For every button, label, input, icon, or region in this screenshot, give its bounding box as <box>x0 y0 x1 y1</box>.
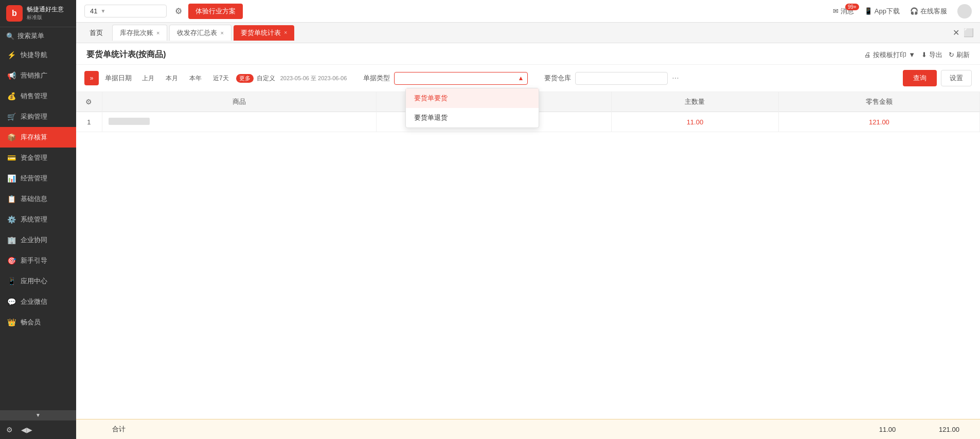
type-dropdown: 要货单要货 要货单退货 <box>405 88 539 128</box>
content-area: 要货单统计表(按商品) 🖨 按模板打印 ▼ ⬇ 导出 ↻ 刷新 » <box>76 43 980 439</box>
app-logo-icon: b <box>6 5 23 22</box>
store-selector[interactable]: 41 ▼ <box>84 5 167 17</box>
expand-icon[interactable]: ⬜ <box>964 28 974 38</box>
user-avatar[interactable] <box>957 4 972 19</box>
sidebar-item-operations[interactable]: 📊 经营管理 <box>0 168 76 189</box>
col-settings[interactable]: ⚙ <box>76 92 102 112</box>
sidebar-item-member[interactable]: 👑 畅会员 <box>0 312 76 333</box>
filter-more-badge[interactable]: 更多 <box>236 74 254 83</box>
sidebar-item-system[interactable]: ⚙️ 系统管理 <box>0 209 76 230</box>
col-goods: 商品 <box>102 92 376 112</box>
sidebar-item-finance[interactable]: 💳 资金管理 <box>0 148 76 168</box>
tab-close-icon[interactable]: × <box>156 30 159 36</box>
trial-btn[interactable]: 体验行业方案 <box>188 4 243 19</box>
operations-icon: 📊 <box>6 173 16 184</box>
table-container: ⚙ 商品 主计量单位 主数量 零售金额 <box>76 92 980 419</box>
sidebar-item-label: 采购管理 <box>21 112 47 121</box>
close-all-icon[interactable]: ✕ <box>953 28 959 38</box>
settings-footer-icon[interactable]: ⚙ <box>6 426 13 434</box>
page-actions: 🖨 按模板打印 ▼ ⬇ 导出 ↻ 刷新 <box>864 50 970 60</box>
filter-this-year[interactable]: 本年 <box>185 72 206 85</box>
filter-custom[interactable]: 自定义 <box>257 74 275 83</box>
enterprise-icon: 🏢 <box>6 235 16 245</box>
dropdown-item-requisition-return[interactable]: 要货单退货 <box>406 108 539 127</box>
goods-cell <box>102 112 376 132</box>
search-menu[interactable]: 🔍 搜索菜单 <box>0 27 76 45</box>
topbar-right: ✉ 消息 99+ 📱 App下载 🎧 在线客服 <box>833 4 972 19</box>
summary-section: 合计 11.00 121.00 <box>76 419 980 439</box>
sidebar-scroll-down[interactable]: ▼ <box>0 410 76 420</box>
tab-close-icon[interactable]: × <box>220 30 223 36</box>
wechat-icon: 💬 <box>6 297 16 307</box>
tabbar: 首页 库存批次账 × 收发存汇总表 × 要货单统计表 × ✕ ⬜ <box>76 23 980 43</box>
online-service-btn[interactable]: 🎧 在线客服 <box>910 7 947 16</box>
quantity-cell: 11.00 <box>611 112 778 132</box>
tab-receipts[interactable]: 收发存汇总表 × <box>169 25 231 41</box>
sidebar: b 畅捷通好生意 标准版 🔍 搜索菜单 ⚡ 快捷导航 📢 营销推广 💰 销售管理… <box>0 0 76 439</box>
store-name: 41 <box>90 7 97 15</box>
sidebar-item-marketing[interactable]: 📢 营销推广 <box>0 65 76 86</box>
type-filter-input[interactable] <box>394 72 528 85</box>
warehouse-more-icon[interactable]: ··· <box>672 74 679 83</box>
col-quantity: 主数量 <box>611 92 778 112</box>
sidebar-item-label: 系统管理 <box>21 215 47 224</box>
basic-icon: 📋 <box>6 194 16 204</box>
store-dropdown-arrow: ▼ <box>100 8 105 14</box>
filter-expand-btn[interactable]: » <box>84 71 99 85</box>
filter-bar: » 单据日期 上月 本月 本年 近7天 更多 自定义 2023-05-06 至 … <box>76 65 980 92</box>
refresh-icon: ↻ <box>949 51 954 59</box>
brand-name: 畅捷通好生意 <box>27 6 64 14</box>
service-icon: 🎧 <box>910 7 918 15</box>
filter-last-month[interactable]: 上月 <box>138 72 158 85</box>
sidebar-item-guide[interactable]: 🎯 新手引导 <box>0 250 76 271</box>
refresh-btn[interactable]: ↻ 刷新 <box>949 50 970 60</box>
messages-btn[interactable]: ✉ 消息 99+ <box>833 7 854 16</box>
search-icon: 🔍 <box>6 32 14 40</box>
filter-settings-btn[interactable]: 设置 <box>941 70 972 86</box>
tab-close-icon[interactable]: × <box>284 30 287 35</box>
sidebar-item-quick[interactable]: ⚡ 快捷导航 <box>0 45 76 65</box>
main-area: 41 ▼ ⚙ 体验行业方案 ✉ 消息 99+ 📱 App下载 🎧 在线客服 首页 <box>76 0 980 439</box>
refresh-label: 刷新 <box>956 50 970 60</box>
messages-badge: 99+ <box>845 4 859 10</box>
settings-gear-icon[interactable]: ⚙ <box>85 98 92 106</box>
quick-icon: ⚡ <box>6 50 16 60</box>
topbar-settings-icon[interactable]: ⚙ <box>175 6 182 16</box>
sidebar-item-label: 营销推广 <box>21 71 47 80</box>
message-icon: ✉ <box>833 7 839 15</box>
tab-home[interactable]: 首页 <box>82 25 110 41</box>
sidebar-item-app[interactable]: 📱 应用中心 <box>0 271 76 291</box>
sidebar-item-inventory[interactable]: 📦 库存核算 <box>0 127 76 148</box>
sidebar-logo: b 畅捷通好生意 标准版 <box>0 0 76 27</box>
warehouse-filter-input[interactable] <box>575 72 668 85</box>
tab-requisition[interactable]: 要货单统计表 × <box>234 25 294 41</box>
amount-cell: 121.00 <box>778 112 979 132</box>
filter-7-days[interactable]: 近7天 <box>209 72 233 85</box>
member-icon: 👑 <box>6 317 16 327</box>
goods-placeholder <box>109 118 150 125</box>
export-btn[interactable]: ⬇ 导出 <box>921 50 942 60</box>
query-btn[interactable]: 查询 <box>903 70 937 86</box>
sidebar-item-sales[interactable]: 💰 销售管理 <box>0 86 76 106</box>
sidebar-item-enterprise[interactable]: 🏢 企业协同 <box>0 230 76 250</box>
app-download-btn[interactable]: 📱 App下载 <box>864 7 900 16</box>
print-btn[interactable]: 🖨 按模板打印 ▼ <box>864 50 915 60</box>
type-dropdown-arrow[interactable]: ▲ <box>518 75 524 82</box>
dropdown-item-requisition-order[interactable]: 要货单要货 <box>406 88 539 108</box>
sidebar-item-basic[interactable]: 📋 基础信息 <box>0 189 76 209</box>
print-icon: 🖨 <box>864 51 871 59</box>
sidebar-item-label: 企业微信 <box>21 297 47 306</box>
tab-batch[interactable]: 库存批次账 × <box>112 25 167 41</box>
page-title: 要货单统计表(按商品) <box>86 49 166 60</box>
date-filter-group: 上月 本月 本年 近7天 更多 自定义 2023-05-06 至 2023-06… <box>138 72 347 85</box>
sidebar-item-wechat[interactable]: 💬 企业微信 <box>0 291 76 312</box>
collapse-icon[interactable]: ◀▶ <box>21 426 32 434</box>
sidebar-item-label: 资金管理 <box>21 153 47 162</box>
topbar: 41 ▼ ⚙ 体验行业方案 ✉ 消息 99+ 📱 App下载 🎧 在线客服 <box>76 0 980 23</box>
row-num: 1 <box>76 112 102 132</box>
warehouse-filter-label: 要货仓库 <box>544 74 571 83</box>
filter-this-month[interactable]: 本月 <box>162 72 182 85</box>
summary-empty <box>76 419 102 439</box>
brand-sub: 标准版 <box>27 14 64 21</box>
sidebar-item-purchase[interactable]: 🛒 采购管理 <box>0 106 76 127</box>
